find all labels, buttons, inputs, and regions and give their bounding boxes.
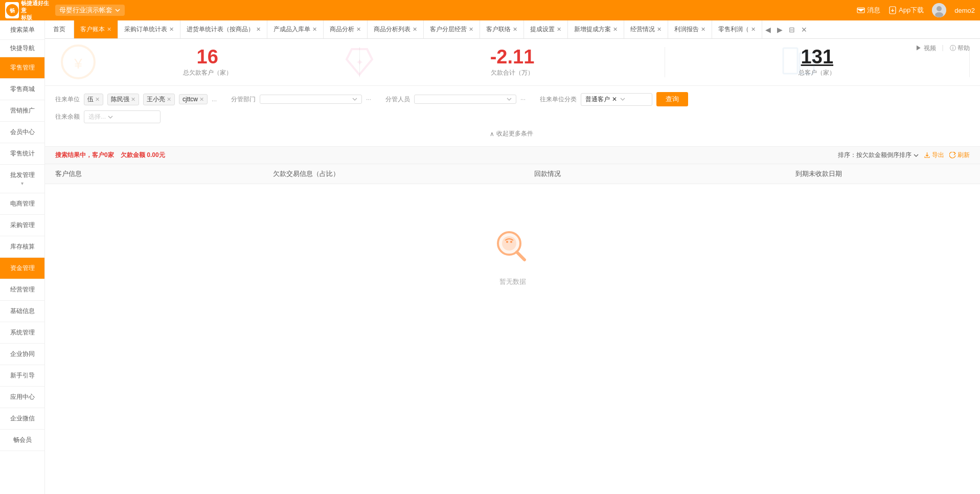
sidebar-item-member-center[interactable]: 会员中心 [0,122,44,143]
sidebar-item-purchase[interactable]: 采购管理 [0,215,44,236]
sidebar-item-ecommerce[interactable]: 电商管理 [0,193,44,215]
svg-point-5 [937,6,942,11]
tab-close-inbound[interactable]: ✕ [256,26,261,33]
col-header-date: 到期未收款日期 [795,169,970,178]
tab-close-cost[interactable]: ✕ [312,26,317,33]
tab-home[interactable]: 首页 [45,20,74,39]
export-btn[interactable]: 导出 [924,151,944,160]
tab-close-profit[interactable]: ✕ [701,26,705,33]
branch-dept-label: 分管部门 [231,95,256,104]
branch-dept-select[interactable] [260,95,362,104]
sort-selector[interactable]: 排序：按欠款金额倒序排序 [838,151,919,160]
balance-input[interactable]: 选择... [84,110,161,123]
account-selector[interactable]: 母婴行业演示帐套 [55,5,125,16]
sidebar-item-vip[interactable]: 畅会员 [0,430,44,451]
tab-close-new-raise[interactable]: ✕ [613,26,618,33]
sidebar-item-app-center[interactable]: 应用中心 [0,387,44,408]
tab-close-customer-ledger[interactable]: ✕ [107,26,111,33]
tab-close-tier[interactable]: ✕ [469,26,473,33]
branch-person-select[interactable] [414,95,516,104]
logo-text: 畅捷通好生意 标版 [21,0,50,21]
tab-profit-report[interactable]: 利润报告 ✕ [668,20,712,39]
sidebar-item-enterprise-wechat[interactable]: 企业微信 [0,408,44,430]
remove-tag-0[interactable]: ✕ [95,96,100,103]
sidebar-item-marketing[interactable]: 营销推广 [0,100,44,122]
tab-close-contact[interactable]: ✕ [513,26,517,33]
result-bar: 搜索结果中，客户0家 欠款金额 0.00元 排序：按欠款金额倒序排序 导出 [45,147,980,164]
sidebar-item-capital[interactable]: 资金管理 [0,258,44,279]
sidebar-item-basic-info[interactable]: 基础信息 [0,301,44,322]
sidebar-quick-nav[interactable]: 快捷导航 [0,40,44,57]
tab-new-raise-plan[interactable]: 新增提成方案 ✕ [568,20,624,39]
tab-inbound-stats[interactable]: 进货单统计表（按商品） ✕ [180,20,267,39]
unit-category-label: 往来单位分类 [540,95,577,104]
sidebar-item-wholesale-mgmt[interactable]: 批发管理 ▾ [0,165,44,193]
tab-customer-ledger[interactable]: 客户账本 ✕ [74,20,118,39]
tab-cost-inbound[interactable]: 产成品入库单 ✕ [267,20,324,39]
branch-dept-more[interactable]: ··· [366,96,371,103]
tab-customer-contact[interactable]: 客户联络 ✕ [480,20,524,39]
sidebar-item-operation[interactable]: 经营管理 [0,279,44,301]
sidebar-item-new-guide[interactable]: 新手引导 [0,365,44,387]
result-info: 搜索结果中，客户0家 欠款金额 0.00元 [55,151,838,160]
branch-person-more[interactable]: ··· [520,96,526,103]
collapse-button[interactable]: ∧ 收起更多条件 [55,127,970,140]
sidebar-item-enterprise-coop[interactable]: 企业协同 [0,344,44,365]
tab-nav-prev[interactable]: ◀ [762,26,774,34]
unit-category-select[interactable]: 普通客户 ✕ [581,93,652,106]
stat-credit-total: -2.11 欠款合计（万） [360,47,665,77]
tab-product-list[interactable]: 商品分析列表 ✕ [368,20,424,39]
sidebar-item-retail-stats[interactable]: 零售统计 [0,143,44,165]
tab-close-product[interactable]: ✕ [356,26,361,33]
svg-point-15 [506,241,508,243]
tab-close-raise[interactable]: ✕ [557,26,561,33]
sidebar-item-system[interactable]: 系统管理 [0,322,44,344]
user-avatar[interactable] [932,3,946,17]
app-download-btn[interactable]: App下载 [888,6,924,15]
remove-tag-1[interactable]: ✕ [131,96,135,103]
tab-close-all[interactable]: ✕ [798,26,810,34]
tab-raise-settings[interactable]: 提成设置 ✕ [524,20,568,39]
svg-rect-11 [800,53,814,74]
message-btn[interactable]: 消息 [857,6,880,15]
filter-row-1: 往来单位 伍 ✕ 陈民强 ✕ 王小亮 ✕ cjttcw [55,92,970,106]
sidebar-search[interactable]: 搜索菜单 [0,20,44,40]
credit-total-number: -2.11 [490,47,535,66]
tab-product-analysis[interactable]: 商品分析 ✕ [324,20,368,39]
video-btn[interactable]: ▶ 视频 [916,44,936,53]
tab-nav-list[interactable]: ⊟ [786,26,798,34]
tab-close-product-list[interactable]: ✕ [413,26,417,33]
refresh-btn[interactable]: 刷新 [949,151,970,160]
tab-customer-tier[interactable]: 客户分层经营 ✕ [424,20,480,39]
tab-nav-next[interactable]: ▶ [774,26,786,34]
sidebar: 搜索菜单 快捷导航 零售管理 零售商城 营销推广 会员中心 零售统计 批发管理 … [0,20,45,494]
content-area: 首页 客户账本 ✕ 采购订单统计表 ✕ 进货单统计表（按商品） ✕ 产成品入库单… [45,20,980,494]
credit-customers-label: 总欠款客户（家） [183,69,232,77]
remove-tag-2[interactable]: ✕ [167,96,171,103]
help-btn[interactable]: ⓘ 帮助 [950,44,970,53]
svg-text:¥: ¥ [74,56,82,72]
credit-customers-number: 16 [197,47,218,66]
tab-operation-status[interactable]: 经营情况 ✕ [624,20,668,39]
query-button[interactable]: 查询 [656,92,688,106]
remove-category[interactable]: ✕ [612,96,617,103]
tab-retail-profit[interactable]: 零售利润（ ✕ [712,20,762,39]
sidebar-item-inventory[interactable]: 库存核算 [0,236,44,258]
svg-text:畅: 畅 [10,8,15,13]
result-actions: 排序：按欠款金额倒序排序 导出 刷新 [838,151,970,160]
user-name[interactable]: demo2 [954,7,975,14]
filter-tag-chenminqiang: 陈民强 ✕ [107,94,139,105]
filter-row-2: 往来余额 选择... [55,110,970,123]
sidebar-item-retail-mall[interactable]: 零售商城 [0,79,44,100]
tab-close-purchase-order[interactable]: ✕ [169,26,174,33]
deco-icon-1: ¥ [60,44,96,87]
filter-tag-x: 伍 ✕ [84,94,103,105]
filter-more-tags[interactable]: ... [212,96,217,103]
tab-close-retail[interactable]: ✕ [751,26,756,33]
sidebar-item-retail-mgmt[interactable]: 零售管理 [0,57,44,79]
tab-purchase-order[interactable]: 采购订单统计表 ✕ [118,20,180,39]
branch-person-label: 分管人员 [385,95,410,104]
top-bar: 畅 畅捷通好生意 标版 母婴行业演示帐套 消息 App下载 [0,0,980,20]
remove-tag-3[interactable]: ✕ [199,96,204,103]
tab-close-op[interactable]: ✕ [657,26,662,33]
